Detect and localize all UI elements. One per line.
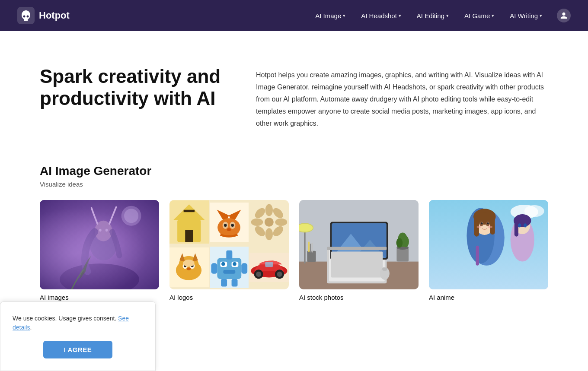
card-image-fantasy <box>40 200 159 289</box>
svg-rect-3 <box>40 200 159 289</box>
svg-point-21 <box>224 224 227 227</box>
card-label-ai-stock: AI stock photos <box>299 294 419 301</box>
svg-point-75 <box>403 236 409 247</box>
svg-point-24 <box>265 218 274 227</box>
card-label-ai-images: AI images <box>40 294 159 301</box>
logo-cell-church <box>169 200 209 244</box>
logo-cell-corgi <box>169 247 209 287</box>
svg-point-103 <box>481 222 483 225</box>
svg-point-41 <box>187 268 191 271</box>
hero-title: Spark creativity and productivity with A… <box>40 66 221 109</box>
svg-point-74 <box>396 238 403 247</box>
chevron-down-icon: ▾ <box>343 13 345 19</box>
card-ai-anime[interactable]: AI anime <box>429 200 548 301</box>
logo-cell-racecar <box>249 253 289 282</box>
svg-point-46 <box>221 262 225 266</box>
svg-rect-96 <box>476 246 479 266</box>
svg-point-56 <box>256 272 261 277</box>
svg-rect-50 <box>211 263 217 273</box>
svg-point-108 <box>488 226 492 228</box>
chevron-down-icon: ▾ <box>492 13 494 19</box>
fantasy-illustration <box>40 200 159 289</box>
card-grid: AI images <box>40 200 548 301</box>
card-label-ai-logos: AI logos <box>169 294 289 301</box>
card-ai-images[interactable]: AI images <box>40 200 159 301</box>
svg-point-26 <box>265 228 273 240</box>
svg-point-7 <box>99 229 102 231</box>
logo-cell-robot <box>210 247 249 288</box>
svg-rect-52 <box>221 279 227 286</box>
svg-point-8 <box>105 229 108 231</box>
svg-rect-59 <box>265 262 273 267</box>
svg-point-2 <box>27 16 29 18</box>
svg-point-30 <box>272 206 285 220</box>
logo-cell-fox <box>210 203 249 242</box>
chevron-down-icon: ▾ <box>399 13 401 19</box>
svg-rect-51 <box>241 263 247 273</box>
svg-point-10 <box>124 209 138 223</box>
svg-rect-100 <box>490 217 495 235</box>
card-image-anime <box>429 200 548 289</box>
svg-point-9 <box>121 206 141 226</box>
svg-rect-14 <box>184 210 195 212</box>
svg-rect-43 <box>217 258 241 279</box>
svg-rect-53 <box>231 279 237 286</box>
logo-cell-flower <box>249 203 289 242</box>
svg-point-87 <box>524 205 544 217</box>
svg-rect-48 <box>223 270 235 274</box>
svg-point-5 <box>89 227 117 260</box>
svg-point-104 <box>487 222 489 225</box>
navigation: Hotpot AI Image ▾ AI Headshot ▾ AI Editi… <box>0 0 588 31</box>
svg-point-4 <box>60 263 139 289</box>
nav-label-ai-editing: AI Editing <box>417 12 444 19</box>
chevron-down-icon: ▾ <box>540 13 542 19</box>
card-image-logos <box>169 200 289 289</box>
svg-rect-15 <box>185 230 193 242</box>
svg-point-29 <box>253 206 267 220</box>
nav-item-ai-headshot[interactable]: AI Headshot ▾ <box>355 9 407 23</box>
svg-point-42 <box>183 260 194 266</box>
svg-point-58 <box>277 272 282 277</box>
cookie-banner: We use cookies. Usage gives consent. See… <box>0 301 156 318</box>
nav-item-ai-writing[interactable]: AI Writing ▾ <box>504 9 548 23</box>
card-ai-logos[interactable]: AI logos <box>169 200 289 301</box>
logo-link[interactable]: Hotpot <box>17 7 70 24</box>
svg-rect-81 <box>382 267 387 270</box>
nav-label-ai-game: AI Game <box>464 12 490 19</box>
nav-item-ai-image[interactable]: AI Image ▾ <box>309 9 352 23</box>
nav-links: AI Image ▾ AI Headshot ▾ AI Editing ▾ AI… <box>309 9 571 23</box>
hero-section: Spark creativity and productivity with A… <box>0 31 588 155</box>
logo-text: Hotpot <box>39 10 70 21</box>
svg-rect-76 <box>307 251 316 262</box>
nav-label-ai-writing: AI Writing <box>510 12 538 19</box>
svg-point-1 <box>23 16 26 18</box>
svg-rect-77 <box>308 242 310 252</box>
svg-point-93 <box>524 223 527 227</box>
svg-point-31 <box>253 224 267 238</box>
hero-left: Spark creativity and productivity with A… <box>40 66 221 123</box>
nav-item-ai-game[interactable]: AI Game ▾ <box>458 9 500 23</box>
svg-rect-71 <box>396 247 409 261</box>
card-image-stock <box>299 200 419 289</box>
user-avatar-button[interactable] <box>557 9 571 22</box>
svg-point-6 <box>95 221 112 241</box>
svg-rect-82 <box>304 228 306 263</box>
svg-point-27 <box>251 219 263 226</box>
svg-point-25 <box>265 204 273 216</box>
card-ai-stock-photos[interactable]: AI stock photos <box>299 200 419 301</box>
svg-point-105 <box>482 222 483 223</box>
svg-point-106 <box>488 222 489 223</box>
svg-rect-69 <box>327 247 387 250</box>
svg-rect-70 <box>331 252 383 278</box>
svg-rect-78 <box>310 244 311 252</box>
nav-label-ai-image: AI Image <box>315 12 341 19</box>
stock-illustration <box>299 200 419 289</box>
svg-rect-49 <box>226 251 232 260</box>
nav-item-ai-editing[interactable]: AI Editing ▾ <box>411 9 455 23</box>
svg-point-22 <box>231 224 234 227</box>
hero-right: Hotpot helps you create amazing images, … <box>256 66 548 130</box>
svg-point-28 <box>275 219 288 226</box>
anime-illustration <box>429 200 548 289</box>
chevron-down-icon: ▾ <box>446 13 449 19</box>
svg-point-107 <box>476 226 481 228</box>
